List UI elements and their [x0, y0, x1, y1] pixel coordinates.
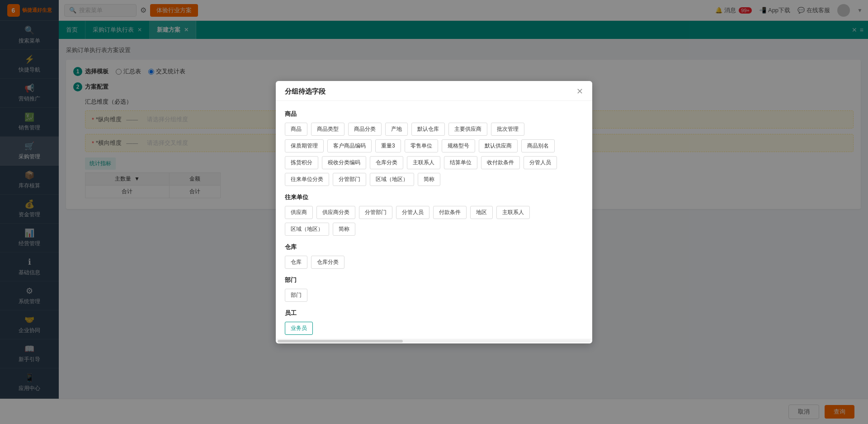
field-tag[interactable]: 分管部门	[359, 206, 392, 219]
field-tag[interactable]: 产地	[385, 123, 408, 136]
section-title-warehouse: 仓库	[285, 243, 583, 251]
field-tags-partner: 供应商 供应商分类 分管部门 分管人员 付款条件 地区 主联系人	[285, 206, 583, 219]
field-tag[interactable]: 商品	[285, 123, 307, 136]
field-tag[interactable]: 主要供应商	[448, 123, 487, 136]
field-tag[interactable]: 供应商分类	[316, 206, 355, 219]
field-tag[interactable]: 主联系人	[407, 156, 440, 169]
modal-body[interactable]: 商品 商品 商品类型 商品分类 产地 默认仓库 主要供应商 批次管理 保质期管理…	[276, 101, 592, 339]
field-tags-dept: 部门	[285, 289, 583, 302]
modal-header: 分组待选字段 ✕	[276, 81, 592, 101]
hscroll-track	[278, 340, 590, 343]
field-tag[interactable]: 商品分类	[348, 123, 382, 136]
field-tag[interactable]: 分管人员	[524, 156, 557, 169]
field-tags-product-3: 拣货积分 税收分类编码 仓库分类 主联系人 结算单位 收付款条件 分管人员	[285, 156, 583, 169]
field-tag[interactable]: 简称	[418, 173, 440, 186]
field-tag[interactable]: 区域（地区）	[285, 223, 329, 236]
field-tag[interactable]: 商品别名	[521, 139, 555, 152]
field-tags-product-2: 保质期管理 客户商品编码 重量3 零售单位 规格型号 默认供应商 商品别名	[285, 139, 583, 152]
field-tag[interactable]: 默认供应商	[479, 139, 518, 152]
field-tag[interactable]: 分管部门	[333, 173, 366, 186]
field-tag[interactable]: 零售单位	[405, 139, 438, 152]
field-tag[interactable]: 供应商	[285, 206, 313, 219]
field-tag[interactable]: 地区	[470, 206, 493, 219]
field-tags-warehouse: 仓库 仓库分类	[285, 256, 583, 269]
modal-hscrollbar[interactable]	[276, 339, 592, 343]
field-tag[interactable]: 批次管理	[491, 123, 524, 136]
field-tag[interactable]: 客户商品编码	[327, 139, 372, 152]
field-tag[interactable]: 重量3	[375, 139, 401, 152]
field-tag[interactable]: 税收分类编码	[322, 156, 366, 169]
field-tag[interactable]: 仓库分类	[311, 256, 344, 269]
field-tags-product-4: 往来单位分类 分管部门 区域（地区） 简称	[285, 173, 583, 186]
field-tags-employee: 业务员	[285, 322, 583, 335]
field-tag[interactable]: 分管人员	[396, 206, 429, 219]
field-tag[interactable]: 主联系人	[496, 206, 530, 219]
field-tag[interactable]: 商品类型	[311, 123, 344, 136]
field-tag[interactable]: 区域（地区）	[370, 173, 414, 186]
field-tag[interactable]: 业务员	[285, 322, 313, 335]
field-tag[interactable]: 规格型号	[442, 139, 475, 152]
field-select-modal: 分组待选字段 ✕ 商品 商品 商品类型 商品分类 产地 默认仓库 主要供应商 批…	[276, 81, 592, 343]
field-tag[interactable]: 默认仓库	[411, 123, 445, 136]
field-tag[interactable]: 结算单位	[444, 156, 477, 169]
hscroll-thumb[interactable]	[278, 340, 403, 343]
field-tag[interactable]: 简称	[333, 223, 355, 236]
field-tags-partner-2: 区域（地区） 简称	[285, 223, 583, 236]
field-tag[interactable]: 收付款条件	[481, 156, 520, 169]
field-tag[interactable]: 往来单位分类	[285, 173, 329, 186]
field-tag[interactable]: 部门	[285, 289, 307, 302]
field-tag[interactable]: 拣货积分	[285, 156, 318, 169]
modal-close-icon[interactable]: ✕	[576, 87, 583, 95]
field-tag[interactable]: 仓库	[285, 256, 307, 269]
modal-title: 分组待选字段	[285, 87, 326, 96]
section-title-product: 商品	[285, 110, 583, 118]
field-tags-product: 商品 商品类型 商品分类 产地 默认仓库 主要供应商 批次管理	[285, 123, 583, 136]
field-tag[interactable]: 付款条件	[433, 206, 467, 219]
section-title-partner: 往来单位	[285, 193, 583, 201]
field-tag[interactable]: 仓库分类	[370, 156, 403, 169]
modal-overlay[interactable]: 分组待选字段 ✕ 商品 商品 商品类型 商品分类 产地 默认仓库 主要供应商 批…	[0, 0, 868, 424]
section-title-dept: 部门	[285, 276, 583, 284]
section-title-employee: 员工	[285, 309, 583, 317]
field-tag[interactable]: 保质期管理	[285, 139, 324, 152]
